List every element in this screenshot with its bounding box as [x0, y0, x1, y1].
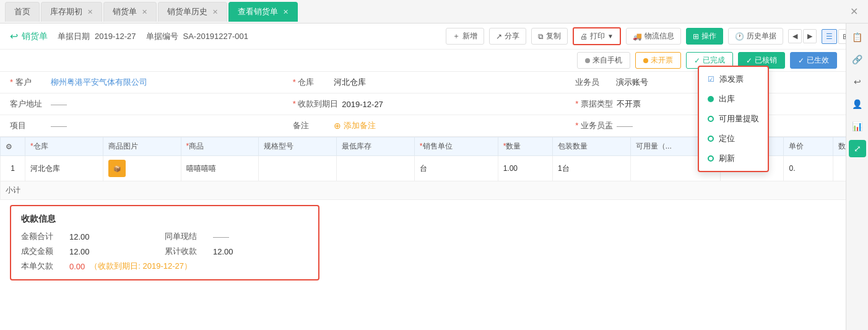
print-icon: 🖨 — [580, 32, 588, 41]
logistics-button[interactable]: 🚚 物流信息 — [626, 28, 681, 45]
available-pickup-item[interactable]: 可用量提取 — [699, 109, 768, 129]
share-button[interactable]: ↗ 分享 — [489, 28, 526, 45]
tab-sales-history[interactable]: 销货单历史 ✕ — [158, 2, 227, 22]
right-sidebar: 📋 🔗 ↩ 👤 📊 ⤢ — [846, 24, 868, 330]
current-due-row: 本单欠款 0.00 （收款到期日: 2019-12-27） — [21, 261, 308, 272]
payment-date-field: 收款到期日 2019-12-27 — [293, 98, 576, 110]
form-header-row: ↩ 销货单 单据日期 2019-12-27 单据编号 SA-20191227-0… — [0, 24, 868, 50]
radio-dot-available — [708, 116, 714, 122]
sidebar-icon-chart[interactable]: 📊 — [849, 118, 866, 135]
total-amount-value: 12.00 — [69, 232, 90, 241]
print-chevron: ▼ — [607, 33, 614, 40]
copy-button[interactable]: ⧉ 复制 — [531, 28, 568, 45]
customer-addr-label: 客户地址 — [10, 98, 47, 110]
sidebar-icon-doc[interactable]: 📋 — [849, 28, 866, 46]
col-pack-qty: 包装数量 — [553, 137, 631, 156]
row-min-stock — [337, 156, 415, 181]
share-label: 分享 — [505, 31, 519, 41]
nav-arrows: ◀ ▶ — [788, 29, 817, 43]
col-warehouse: *仓库 — [25, 137, 103, 156]
operations-label: 操作 — [701, 31, 716, 41]
payment-grid: 金额合计 12.00 同单现结 —— 成交金额 12.00 累计收款 12.00… — [21, 231, 308, 272]
phone-dot — [585, 58, 590, 63]
customer-addr-value: —— — [51, 100, 67, 109]
tab-home-label: 首页 — [14, 6, 30, 17]
col-unit: *销售单位 — [414, 137, 498, 156]
sidebar-icon-expand[interactable]: ⤢ — [849, 140, 866, 157]
cancel-check-icon: ✓ — [746, 56, 752, 65]
tab-view-close[interactable]: ✕ — [283, 8, 289, 16]
cumulative-label: 累计收款 — [165, 246, 208, 257]
project-field: 项目 —— — [10, 120, 293, 131]
main-content: ↩ 销货单 单据日期 2019-12-27 单据编号 SA-20191227-0… — [0, 24, 868, 330]
from-phone-button[interactable]: 来自手机 — [577, 52, 630, 69]
tab-sales-order[interactable]: 销货单 ✕ — [103, 2, 157, 22]
locate-item[interactable]: 定位 — [699, 129, 768, 149]
copy-icon: ⧉ — [538, 32, 544, 41]
tab-home[interactable]: 首页 — [5, 2, 40, 22]
row-product: 嘻嘻嘻嘻 — [181, 156, 259, 181]
col-gear[interactable]: ⚙ — [1, 137, 25, 156]
col-min-stock: 最低库存 — [337, 137, 415, 156]
sidebar-icon-link[interactable]: 🔗 — [849, 51, 866, 68]
col-product: *商品 — [181, 137, 259, 156]
row-warehouse: 河北仓库 — [25, 156, 103, 181]
available-pickup-label: 可用量提取 — [719, 113, 759, 124]
effective-button[interactable]: ✓ 已生效 — [790, 52, 837, 69]
note-label: 备注 — [293, 120, 330, 131]
history-icon: 🕐 — [735, 32, 744, 41]
not-open-button[interactable]: 未开票 — [635, 52, 681, 69]
sidebar-icon-user[interactable]: 👤 — [849, 95, 866, 113]
print-button[interactable]: 🖨 打印 ▼ — [573, 27, 621, 45]
list-view-button[interactable]: ☰ — [822, 29, 837, 44]
col-spec: 规格型号 — [259, 137, 337, 156]
window-close[interactable]: ✕ — [845, 6, 863, 17]
product-image: 📦 — [108, 160, 126, 177]
new-button[interactable]: ＋ 新增 — [446, 28, 484, 45]
agent-label: 业务员盂 — [575, 120, 613, 131]
same-order-label: 同单现结 — [165, 231, 208, 242]
form-meta: 单据日期 2019-12-27 单据编号 SA-20191227-001 — [58, 31, 248, 42]
due-date-text: （收款到期日: 2019-12-27） — [90, 261, 192, 272]
salesperson-value: 演示账号 — [616, 77, 648, 88]
form-header: ↩ 销货单 单据日期 2019-12-27 单据编号 SA-20191227-0… — [0, 25, 441, 47]
truck-icon: 🚚 — [633, 32, 642, 41]
transaction-amount-label: 成交金额 — [21, 246, 64, 257]
toolbar-right: ＋ 新增 ↗ 分享 ⧉ 复制 🖨 打印 ▼ 🚚 物流 — [441, 24, 858, 49]
radio-dot-outbound — [708, 96, 714, 102]
check-icon: ✓ — [694, 56, 700, 65]
row-index: 1 — [1, 156, 25, 181]
tab-sales-close[interactable]: ✕ — [142, 8, 147, 16]
warehouse-field: 仓库 河北仓库 — [293, 77, 576, 88]
tab-inventory-init[interactable]: 库存期初 ✕ — [41, 2, 102, 22]
cumulative-value: 12.00 — [213, 247, 233, 256]
operations-button[interactable]: ⊞ 操作 — [686, 28, 723, 45]
total-amount-label: 金额合计 — [21, 231, 64, 242]
outbound-item[interactable]: 出库 — [699, 89, 768, 109]
next-button[interactable]: ▶ — [803, 29, 817, 43]
history-label: 历史单据 — [747, 31, 776, 41]
customer-value[interactable]: 柳州粤港平安气体有限公司 — [51, 77, 147, 88]
outbound-label: 出库 — [719, 93, 735, 105]
tab-history-close[interactable]: ✕ — [212, 8, 218, 16]
warehouse-label: 仓库 — [293, 77, 330, 88]
not-open-label: 未开票 — [651, 55, 673, 66]
payment-date-label: 收款到期日 — [293, 98, 339, 110]
history-button[interactable]: 🕐 历史单据 — [728, 28, 783, 45]
tab-inventory-close[interactable]: ✕ — [87, 8, 93, 16]
agent-value: —— — [617, 121, 633, 131]
operations-dropdown: ☑ 添发票 出库 可用量提取 定位 刷新 — [698, 66, 769, 172]
tab-bar: 首页 库存期初 ✕ 销货单 ✕ 销货单历史 ✕ 查看销货单 ✕ ✕ — [0, 0, 868, 24]
tab-sales-label: 销货单 — [113, 6, 137, 17]
prev-button[interactable]: ◀ — [788, 29, 802, 43]
tab-view-label: 查看销货单 — [238, 6, 278, 17]
add-note-button[interactable]: ⊕ 添加备注 — [334, 120, 376, 131]
sidebar-icon-return[interactable]: ↩ — [849, 73, 866, 90]
refresh-label: 刷新 — [719, 153, 735, 164]
effective-label: 已生效 — [807, 55, 829, 66]
add-invoice-item[interactable]: ☑ 添发票 — [699, 69, 768, 89]
tab-view-sales[interactable]: 查看销货单 ✕ — [228, 2, 298, 22]
refresh-item[interactable]: 刷新 — [699, 149, 768, 168]
number-meta: 单据编号 SA-20191227-001 — [146, 31, 249, 42]
payment-box: 收款信息 金额合计 12.00 同单现结 —— 成交金额 12.00 累计收款 … — [10, 205, 319, 280]
